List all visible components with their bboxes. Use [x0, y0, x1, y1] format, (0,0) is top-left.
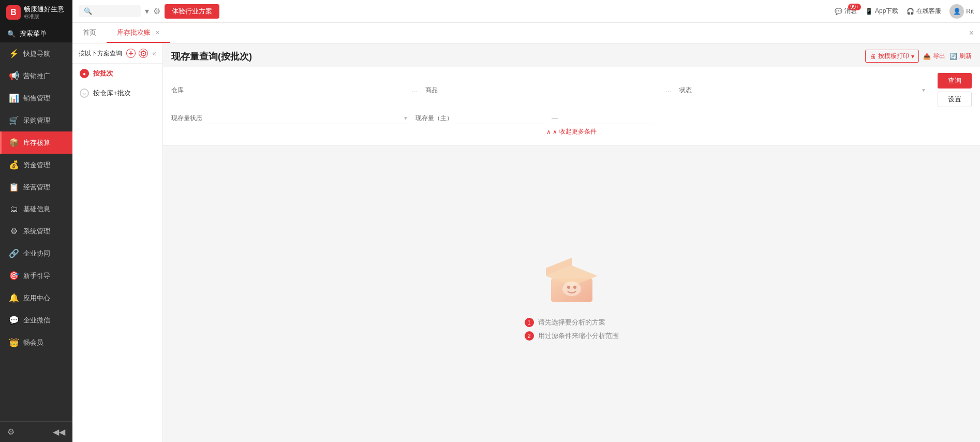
sidebar-item-marketing[interactable]: 📢 营销推广 [0, 65, 72, 87]
guide-icon: 🎯 [9, 271, 19, 281]
online-service-label: 在线客服 [916, 7, 941, 16]
avatar-icon: 👤 [953, 8, 961, 15]
export-btn[interactable]: 📤 导出 [923, 52, 945, 61]
sidebar-item-label: 营销推广 [23, 71, 50, 81]
online-service-btn[interactable]: 🎧 在线客服 [907, 7, 941, 16]
empty-state: 1 请先选择要分析的方案 2 用过滤条件来缩小分析范围 [163, 146, 980, 442]
tip-text-1: 请先选择要分析的方案 [538, 318, 605, 327]
sidebar-item-purchase[interactable]: 🛒 采购管理 [0, 109, 72, 131]
sidebar-toggle-icon[interactable]: ◀◀ [53, 427, 65, 437]
collapse-panel-btn[interactable]: « [152, 49, 156, 57]
app-logo: B 畅康通好生意 标准版 [0, 0, 72, 25]
warehouse-label: 仓库 [171, 86, 184, 95]
topbar-right: 💬 消息 99+ 📱 App下载 🎧 在线客服 👤 Rit [835, 4, 974, 19]
sidebar-item-label: 基础信息 [23, 204, 50, 214]
refresh-btn[interactable]: 🔄 刷新 [949, 52, 972, 61]
tabbar-close-btn[interactable]: × [963, 23, 980, 43]
left-panel-title: 按以下方案查询 [79, 49, 122, 58]
filter-warehouse: 仓库 ... [171, 84, 419, 96]
sidebar-item-finance[interactable]: 💰 资金管理 [0, 154, 72, 176]
print-dropdown-icon[interactable]: ▾ [911, 53, 914, 60]
filter-area: 仓库 ... 商品 ... [163, 67, 980, 146]
topbar-gear-icon[interactable]: ⚙ [153, 6, 160, 16]
stock-status-input[interactable] [205, 112, 402, 124]
status-input-wrapper[interactable]: ▾ [695, 84, 927, 96]
message-badge[interactable]: 💬 消息 99+ [835, 7, 857, 16]
page-header: 现存量查询(按批次) 🖨 按模板打印 ▾ 📤 导出 🔄 刷新 [163, 43, 980, 67]
right-panel: 现存量查询(按批次) 🖨 按模板打印 ▾ 📤 导出 🔄 刷新 [163, 43, 980, 442]
topbar-dropdown-icon[interactable]: ▾ [145, 6, 149, 16]
sidebar-nav: ⚡ 快捷导航 📢 营销推广 📊 销售管理 🛒 采购管理 📦 库存核算 💰 资金管… [0, 42, 72, 421]
stock-status-input-wrapper[interactable]: ▾ [205, 112, 409, 124]
svg-point-4 [567, 286, 570, 289]
settings-scheme-btn[interactable]: ⚙ [139, 49, 148, 58]
sidebar-item-app-center[interactable]: 🔔 应用中心 [0, 287, 72, 309]
system-icon: ⚙ [9, 226, 19, 236]
stock-qty-label: 现存量（主） [415, 114, 453, 123]
sidebar-item-membership[interactable]: 👑 畅会员 [0, 331, 72, 353]
topbar-search-icon: 🔍 [84, 7, 92, 15]
sidebar-item-label: 库存核算 [23, 138, 50, 148]
tip-num-1: 1 [525, 318, 534, 327]
marketing-icon: 📢 [9, 71, 19, 81]
stock-status-dropdown[interactable]: ▾ [402, 114, 409, 122]
scheme-item-batch[interactable]: ● 按批次 [72, 64, 162, 83]
service-icon: 🎧 [907, 8, 914, 15]
tab-inventory-batch-label: 库存批次账 [117, 28, 151, 37]
svg-point-5 [573, 286, 576, 289]
sidebar-item-quick-nav[interactable]: ⚡ 快捷导航 [0, 42, 72, 65]
collapse-icon: ∧ ∧ [546, 128, 557, 136]
sidebar-item-new-guide[interactable]: 🎯 新手引导 [0, 264, 72, 287]
tab-inventory-batch[interactable]: 库存批次账 × [107, 23, 170, 43]
sidebar-settings-icon[interactable]: ⚙ [7, 427, 14, 437]
sidebar-item-enterprise-wechat[interactable]: 💬 企业微信 [0, 309, 72, 331]
export-icon: 📤 [923, 53, 931, 60]
settings-btn[interactable]: 设置 [938, 92, 972, 107]
avatar: 👤 [949, 4, 964, 19]
tab-home[interactable]: 首页 [72, 23, 107, 43]
membership-icon: 👑 [9, 337, 19, 347]
status-input[interactable] [695, 84, 920, 96]
sidebar-item-inventory[interactable]: 📦 库存核算 [0, 131, 72, 154]
scheme-batch-label: 按批次 [93, 69, 113, 78]
template-print-btn[interactable]: 🖨 按模板打印 ▾ [865, 50, 919, 63]
product-more-btn[interactable]: ... [664, 86, 673, 94]
inventory-icon: 📦 [9, 138, 19, 148]
left-panel: 按以下方案查询 + ⚙ « ● 按批次 ○ 按仓库+批次 [72, 43, 163, 442]
product-input-wrapper[interactable]: ... [441, 84, 673, 96]
sidebar-item-system[interactable]: ⚙ 系统管理 [0, 220, 72, 242]
search-icon: 🔍 [7, 30, 16, 38]
warehouse-input-wrapper[interactable]: ... [187, 84, 419, 96]
collapse-bar[interactable]: ∧ ∧ 收起更多条件 [171, 124, 972, 139]
user-avatar-area[interactable]: 👤 Rit [949, 4, 974, 19]
stock-qty-to-input[interactable] [563, 112, 654, 124]
stock-qty-from-input[interactable] [456, 112, 546, 124]
status-more-btn[interactable]: ▾ [920, 86, 927, 94]
filter-dash: — [550, 114, 560, 122]
sidebar-search[interactable]: 🔍 搜索菜单 [0, 25, 72, 42]
filter-product: 商品 ... [425, 84, 673, 96]
message-count: 99+ [848, 4, 861, 10]
query-btn[interactable]: 查询 [938, 73, 972, 89]
purchase-icon: 🛒 [9, 115, 19, 125]
topbar-search-box[interactable]: 🔍 [79, 5, 141, 17]
sidebar-item-operations[interactable]: 📋 经营管理 [0, 176, 72, 198]
product-input[interactable] [441, 84, 664, 96]
warehouse-more-btn[interactable]: ... [410, 86, 419, 94]
sidebar-item-basic[interactable]: 🗂 基础信息 [0, 198, 72, 220]
app-download-btn[interactable]: 📱 App下载 [865, 7, 898, 16]
warehouse-input[interactable] [187, 84, 410, 96]
sidebar-item-enterprise-collab[interactable]: 🔗 企业协同 [0, 242, 72, 264]
quick-nav-icon: ⚡ [9, 49, 19, 58]
trial-btn[interactable]: 体验行业方案 [165, 4, 219, 19]
empty-tip-1: 1 请先选择要分析的方案 [525, 318, 619, 327]
sidebar-item-label: 系统管理 [23, 227, 50, 236]
scheme-item-warehouse-batch[interactable]: ○ 按仓库+批次 [72, 83, 162, 103]
tab-close-icon[interactable]: × [156, 29, 159, 36]
sidebar-item-sales[interactable]: 📊 销售管理 [0, 87, 72, 109]
sidebar-item-label: 新手引导 [23, 271, 50, 281]
sidebar-item-label: 应用中心 [23, 293, 50, 303]
add-scheme-btn[interactable]: + [126, 49, 136, 58]
app-download-label: App下载 [875, 7, 898, 16]
topbar-search-input[interactable] [95, 8, 126, 15]
